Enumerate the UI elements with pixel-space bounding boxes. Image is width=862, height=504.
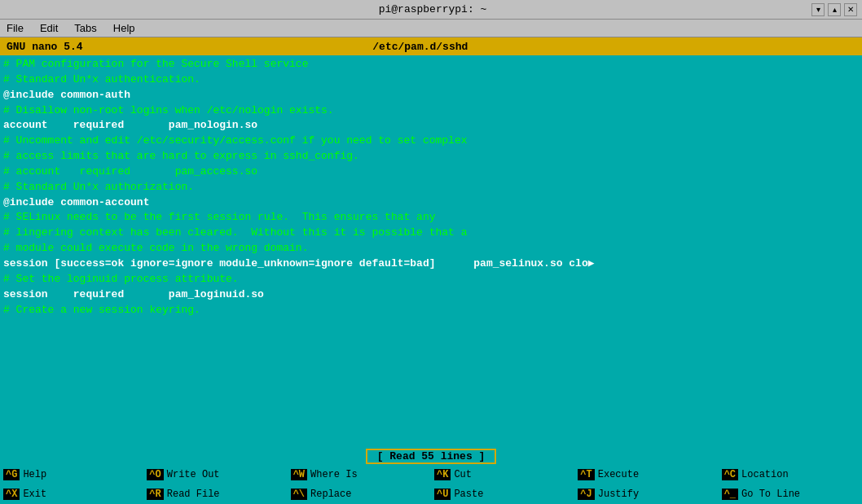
shortcut-cell: ^KCut xyxy=(431,465,574,484)
editor-line: # lingering context has been cleared. Wi… xyxy=(3,226,859,241)
shortcut-label: Replace xyxy=(310,489,351,500)
shortcut-cell: ^WWhere Is xyxy=(288,465,431,484)
shortcut-key: ^W xyxy=(291,469,307,480)
shortcut-cell: ^\Replace xyxy=(288,484,431,504)
shortcut-cell: ^CLocation xyxy=(719,465,862,484)
editor-line: # SELinux needs to be the first session … xyxy=(3,210,859,226)
titlebar: pi@raspberrypi: ~ ▾ ▴ ✕ xyxy=(0,0,862,20)
shortcut-cell: ^RRead File xyxy=(143,484,287,504)
shortcut-label: Help xyxy=(23,469,46,480)
editor-line: # Disallow non-root logins when /etc/nol… xyxy=(3,103,859,119)
shortcut-key: ^\ xyxy=(291,489,307,500)
shortcut-cell: ^GHelp xyxy=(0,465,143,484)
maximize-button[interactable]: ▴ xyxy=(828,3,841,16)
editor-line: # Set the loginuid process attribute. xyxy=(3,272,859,287)
shortcut-key: ^_ xyxy=(722,489,738,500)
statusbar: [ Read 55 lines ] xyxy=(0,447,862,465)
editor-line: session [success=ok ignore=ignore module… xyxy=(3,256,859,272)
shortcut-key: ^C xyxy=(722,469,738,480)
shortcut-cell: ^_Go To Line xyxy=(719,484,862,504)
editor-line: # Create a new session keyring. xyxy=(3,303,859,318)
nano-version: GNU nano 5.4 xyxy=(7,41,83,53)
menubar: File Edit Tabs Help xyxy=(0,20,862,37)
editor-wrapper: # PAM configuration for the Secure Shell… xyxy=(0,55,862,447)
shortcut-bar: ^GHelp^OWrite Out^WWhere Is^KCut^TExecut… xyxy=(0,465,862,504)
editor-line: account required pam_nologin.so xyxy=(3,118,859,134)
nano-filename: /etc/pam.d/sshd xyxy=(372,41,468,53)
shortcut-label: Exit xyxy=(23,489,46,500)
shortcut-cell: ^XExit xyxy=(0,484,143,504)
titlebar-controls: ▾ ▴ ✕ xyxy=(811,3,857,16)
editor-line: # Standard Un*x authorization. xyxy=(3,180,859,195)
shortcut-key: ^R xyxy=(147,489,163,500)
editor-line: @include common-auth xyxy=(3,88,859,103)
editor-line: @include common-account xyxy=(3,195,859,211)
shortcut-label: Read File xyxy=(167,489,220,500)
editor-line: # Uncomment and edit /etc/security/acces… xyxy=(3,134,859,149)
editor-line: session required pam_loginuid.so xyxy=(3,287,859,303)
editor-line: # account required pam_access.so xyxy=(3,164,859,180)
menu-file[interactable]: File xyxy=(3,21,27,35)
shortcut-label: Location xyxy=(741,469,789,480)
editor-line: # module could execute code in the wrong… xyxy=(3,241,859,256)
shortcut-label: Cut xyxy=(454,469,472,480)
shortcut-key: ^G xyxy=(3,469,20,480)
nano-header: GNU nano 5.4 /etc/pam.d/sshd xyxy=(0,37,862,55)
shortcut-label: Where Is xyxy=(310,469,358,480)
shortcut-key: ^U xyxy=(434,489,451,500)
shortcut-label: Justify xyxy=(598,489,639,500)
shortcut-label: Go To Line xyxy=(741,489,800,500)
minimize-button[interactable]: ▾ xyxy=(811,3,825,16)
status-message: [ Read 55 lines ] xyxy=(366,449,497,464)
shortcut-key: ^J xyxy=(578,489,594,500)
shortcut-cell: ^JJustify xyxy=(574,484,718,504)
menu-edit[interactable]: Edit xyxy=(37,21,61,35)
editor-line: # PAM configuration for the Secure Shell… xyxy=(3,57,859,72)
shortcut-label: Write Out xyxy=(167,469,220,480)
shortcut-label: Execute xyxy=(598,469,639,480)
menu-help[interactable]: Help xyxy=(110,21,139,35)
shortcut-key: ^T xyxy=(578,469,594,480)
menu-tabs[interactable]: Tabs xyxy=(71,21,99,35)
close-button[interactable]: ✕ xyxy=(844,3,857,16)
shortcut-label: Paste xyxy=(454,489,483,500)
shortcut-cell: ^OWrite Out xyxy=(143,465,287,484)
editor[interactable]: # PAM configuration for the Secure Shell… xyxy=(0,55,862,447)
shortcut-key: ^K xyxy=(434,469,451,480)
shortcut-cell: ^TExecute xyxy=(574,465,718,484)
editor-line: # Standard Un*x authentication. xyxy=(3,72,859,88)
shortcut-key: ^X xyxy=(3,489,20,500)
shortcut-key: ^O xyxy=(147,469,163,480)
editor-line: # access limits that are hard to express… xyxy=(3,149,859,164)
titlebar-title: pi@raspberrypi: ~ xyxy=(379,3,487,15)
shortcut-cell: ^UPaste xyxy=(431,484,574,504)
